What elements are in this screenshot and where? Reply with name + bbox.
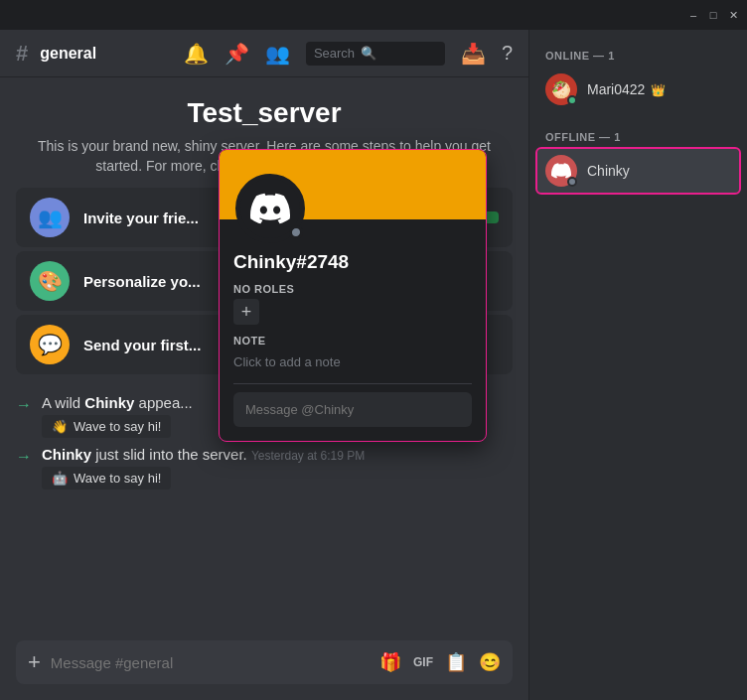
- maximize-button[interactable]: □: [707, 9, 719, 21]
- offline-header: OFFLINE — 1: [537, 123, 739, 149]
- right-sidebar: ONLINE — 1 🥙 Mari0422 👑 OFFLINE — 1: [528, 30, 747, 700]
- app-layout: # general 🔔 📌 👥 Search 🔍 📥 ? Test_server…: [0, 30, 747, 700]
- header-icons: 🔔 📌 👥 Search 🔍 📥 ?: [184, 42, 513, 66]
- offline-status-dot: [567, 177, 577, 187]
- arrow-icon-1: →: [16, 448, 32, 466]
- minimize-button[interactable]: –: [687, 9, 699, 21]
- message-timestamp: Yesterday at 6:19 PM: [251, 449, 365, 463]
- popup-username: Chinky#2748: [233, 251, 472, 273]
- message-input-area: + 🎁 GIF 📋 😊: [16, 640, 513, 684]
- pin-icon[interactable]: 📌: [224, 42, 249, 66]
- gift-icon[interactable]: 🎁: [379, 651, 401, 673]
- username-chinky: Chinky: [84, 394, 134, 411]
- online-status-dot: [567, 95, 577, 105]
- note-click[interactable]: Click to add a note: [233, 350, 472, 373]
- system-message-1: → Chinky just slid into the server. Yest…: [16, 446, 513, 490]
- inbox-icon[interactable]: 📥: [461, 42, 486, 66]
- chinky-avatar-wrap: [545, 155, 577, 187]
- personalize-text: Personalize yo...: [83, 273, 201, 290]
- mario-name: Mari0422 👑: [587, 81, 666, 97]
- wave-label-1: Wave to say hi!: [74, 471, 161, 486]
- add-attachment-icon[interactable]: +: [28, 649, 41, 675]
- invite-text: Invite your frie...: [83, 210, 199, 226]
- close-button[interactable]: ✕: [727, 9, 739, 21]
- arrow-icon: →: [16, 396, 32, 414]
- members-icon[interactable]: 👥: [265, 42, 290, 66]
- popup-banner: [220, 150, 486, 219]
- popup-body: Chinky#2748 NO ROLES + NOTE Click to add…: [220, 219, 486, 441]
- titlebar: – □ ✕: [0, 0, 747, 30]
- wave-button-0[interactable]: 👋 Wave to say hi!: [42, 415, 171, 438]
- channel-name: general: [40, 45, 96, 63]
- search-box[interactable]: Search 🔍: [306, 42, 445, 66]
- sticker-icon[interactable]: 📋: [445, 651, 467, 673]
- input-icons: 🎁 GIF 📋 😊: [379, 651, 501, 673]
- member-item-mario[interactable]: 🥙 Mari0422 👑: [537, 68, 739, 111]
- message-body-1: Chinky just slid into the server. Yester…: [42, 446, 365, 490]
- send-text: Send your first...: [83, 337, 201, 353]
- crown-icon: 👑: [651, 83, 666, 97]
- online-header: ONLINE — 1: [537, 42, 739, 68]
- message-input[interactable]: [51, 654, 370, 671]
- message-text-1: Chinky just slid into the server. Yester…: [42, 446, 365, 463]
- channel-area: # general 🔔 📌 👥 Search 🔍 📥 ? Test_server…: [0, 30, 528, 700]
- mario-avatar-wrap: 🥙: [545, 73, 577, 105]
- channel-header: # general 🔔 📌 👥 Search 🔍 📥 ?: [0, 30, 528, 77]
- server-title: Test_server: [20, 97, 509, 129]
- username-chinky-2: Chinky: [42, 446, 91, 463]
- add-role-button[interactable]: +: [233, 299, 259, 325]
- popup-avatar-wrap: [235, 174, 305, 243]
- personalize-icon: 🎨: [30, 261, 70, 301]
- note-section: NOTE Click to add a note: [233, 335, 472, 373]
- wave-button-1[interactable]: 🤖 Wave to say hi!: [42, 467, 171, 490]
- invite-icon: 👥: [30, 198, 70, 237]
- wave-icon-1: 🤖: [52, 471, 68, 486]
- member-item-chinky[interactable]: Chinky: [537, 149, 739, 193]
- channel-hash-icon: #: [16, 41, 28, 67]
- popup-divider: [233, 383, 472, 384]
- profile-popup: Chinky#2748 NO ROLES + NOTE Click to add…: [219, 149, 487, 442]
- popup-message-input[interactable]: [233, 392, 472, 427]
- message-text: A wild Chinky appea...: [42, 394, 193, 411]
- wave-icon: 👋: [52, 419, 68, 434]
- no-roles-label: NO ROLES: [233, 283, 472, 295]
- note-label: NOTE: [233, 335, 472, 347]
- wave-label: Wave to say hi!: [74, 419, 161, 434]
- popup-status-dot: [289, 225, 303, 239]
- gif-icon[interactable]: GIF: [413, 655, 433, 669]
- help-icon[interactable]: ?: [502, 42, 513, 65]
- chinky-name: Chinky: [587, 163, 630, 179]
- search-icon: 🔍: [361, 46, 376, 61]
- message-body: A wild Chinky appea... 👋 Wave to say hi!: [42, 394, 193, 438]
- bell-icon[interactable]: 🔔: [184, 42, 209, 66]
- emoji-icon[interactable]: 😊: [479, 651, 501, 673]
- send-icon: 💬: [30, 325, 70, 364]
- search-label: Search: [314, 46, 355, 61]
